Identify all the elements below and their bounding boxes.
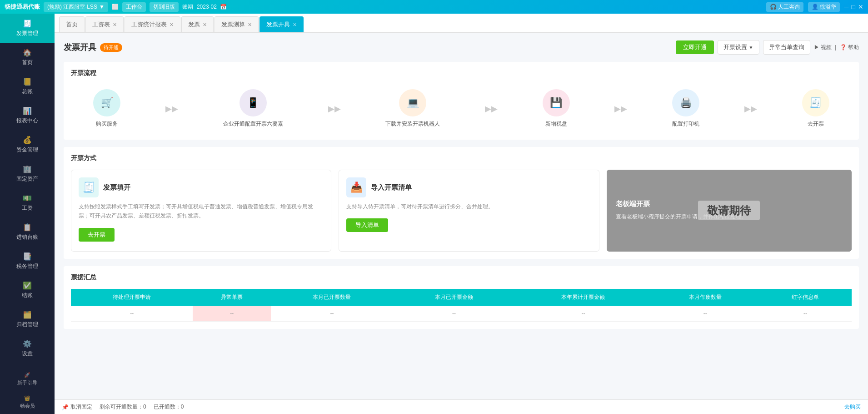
settings-button[interactable]: 开票设置 ▼ <box>718 40 759 55</box>
download-icon: 💻 <box>399 89 426 116</box>
flow-arrow-4: ▶▶ <box>614 104 627 114</box>
flow-arrow-3: ▶▶ <box>485 104 498 114</box>
method-card-fill-header: 🧾 发票填开 <box>79 177 324 197</box>
printer-icon: 🖨️ <box>672 89 699 116</box>
tab-close-invoice-open[interactable]: ✕ <box>293 22 297 28</box>
fill-invoice-button[interactable]: 去开票 <box>79 228 115 242</box>
sidebar-item-label: 首页 <box>22 59 33 66</box>
workbench-button[interactable]: 工作台 <box>122 2 146 12</box>
header-actions: 立即开通 开票设置 ▼ 异常当单查询 ▶ 视频 | ❓ 帮助 <box>676 40 859 55</box>
sidebar-item-salary[interactable]: 💵 工资 <box>0 188 55 217</box>
flow-step-open-label: 去开票 <box>808 120 824 128</box>
page-content: 发票开具 待开通 立即开通 开票设置 ▼ 异常当单查询 ▶ 视频 | ❓ <box>55 33 868 399</box>
fill-invoice-title: 发票填开 <box>103 183 130 192</box>
coming-soon-overlay: 敬请期待 <box>698 203 760 218</box>
val-red-info: -- <box>759 306 852 322</box>
summary-table-row: -- -- -- -- -- -- -- <box>71 306 852 322</box>
tab-home[interactable]: 首页 <box>59 16 85 32</box>
tab-invoice[interactable]: 发票 ✕ <box>181 16 214 32</box>
page-header: 发票开具 待开通 立即开通 开票设置 ▼ 异常当单查询 ▶ 视频 | ❓ <box>64 40 859 55</box>
copy-icon[interactable]: ⬜ <box>112 4 119 10</box>
sidebar-bottom: 🚀 新手引导 👑 畅会员 <box>0 368 55 414</box>
flow-step-buy: 🛒 购买服务 <box>93 89 120 128</box>
buy-link[interactable]: 去购买 <box>844 403 861 411</box>
immediate-open-button[interactable]: 立即开通 <box>676 40 714 54</box>
salary-icon: 💵 <box>23 194 32 202</box>
sidebar-item-label: 设置 <box>22 350 33 358</box>
flow-step-open: 🧾 去开票 <box>802 89 829 128</box>
sidebar-item-label: 归档管理 <box>16 321 38 328</box>
sidebar-item-reports[interactable]: 📊 报表中心 <box>0 101 55 130</box>
top-bar-left: 畅捷通易代账 (勉励) 江西服室-LSS ▼ ⬜ 工作台 切到旧版 账期 202… <box>5 2 227 12</box>
switch-old-version-button[interactable]: 切到旧版 <box>150 2 179 12</box>
sidebar-item-guide[interactable]: 🚀 新手引导 <box>0 368 55 391</box>
calendar-icon: 📅 <box>220 4 227 10</box>
val-abnormal: -- <box>193 306 271 322</box>
guide-icon: 🚀 <box>24 372 30 378</box>
val-month-void: -- <box>652 306 759 322</box>
sidebar-item-label: 报表中心 <box>16 117 38 125</box>
tab-close-salary-report[interactable]: ✕ <box>170 22 174 28</box>
import-invoice-button[interactable]: 导入清单 <box>346 218 388 232</box>
flow-step-download: 💻 下载并安装开票机器人 <box>385 89 440 128</box>
period-selector[interactable]: 账期 2023-02 📅 <box>182 3 227 11</box>
flow-section: 开票流程 🛒 购买服务 ▶▶ 📱 企业开通配置开票六要素 ▶▶ 💻 下载并安装开 <box>64 62 859 140</box>
flow-step-config-label: 企业开通配置开票六要素 <box>223 120 283 128</box>
import-invoice-icon: 📥 <box>346 177 366 197</box>
top-bar: 畅捷通易代账 (勉励) 江西服室-LSS ▼ ⬜ 工作台 切到旧版 账期 202… <box>0 0 868 14</box>
sidebar-item-member[interactable]: 👑 畅会员 <box>0 391 55 414</box>
sidebar-item-label: 发票管理 <box>16 30 38 37</box>
flow-arrow-1: ▶▶ <box>165 104 178 114</box>
sidebar-item-finance[interactable]: 💰 资金管理 <box>0 130 55 159</box>
buy-service-icon: 🛒 <box>93 89 120 116</box>
assets-icon: 🏢 <box>23 165 32 173</box>
tab-close-invoice-calc[interactable]: ✕ <box>248 22 252 28</box>
invoice-icon: 🧾 <box>23 19 32 28</box>
import-invoice-desc: 支持导入待开票清单，可对待开票清单进行拆分、合并处理。 <box>346 202 591 211</box>
sidebar-item-label: 结账 <box>22 292 33 299</box>
page-title: 发票开具 <box>64 42 96 53</box>
flow-step-config: 📱 企业开通配置开票六要素 <box>223 89 283 128</box>
summary-table-header: 待处理开票申请 异常单票 本月已开票数量 本月已开票金额 本年累计开票金额 本月… <box>71 289 852 306</box>
sidebar-item-invoice[interactable]: 🧾 发票管理 <box>0 14 55 43</box>
col-year-amount: 本年累计开票金额 <box>515 289 652 306</box>
purchases-icon: 📋 <box>23 223 32 232</box>
company-selector[interactable]: (勉励) 江西服室-LSS ▼ <box>44 2 108 12</box>
query-button[interactable]: 异常当单查询 <box>763 40 810 55</box>
sidebar-item-home[interactable]: 🏠 首页 <box>0 43 55 72</box>
consult-button[interactable]: 🎧 人工咨询 <box>766 2 803 12</box>
sidebar-item-archive[interactable]: 🗂️ 归档管理 <box>0 305 55 334</box>
opened-count: 已开通数：0 <box>154 403 184 411</box>
col-abnormal: 异常单票 <box>193 289 271 306</box>
unpin-button[interactable]: 📌 取消固定 <box>62 403 92 411</box>
tab-invoice-calc[interactable]: 发票测算 ✕ <box>215 16 259 32</box>
sidebar-item-assets[interactable]: 🏢 固定资产 <box>0 159 55 188</box>
tab-invoice-open[interactable]: 发票开具 ✕ <box>259 16 304 32</box>
maximize-icon[interactable]: □ <box>852 3 855 10</box>
close-icon[interactable]: ✕ <box>858 3 863 10</box>
sidebar-item-tax[interactable]: 📑 税务管理 <box>0 247 55 276</box>
tab-close-salary[interactable]: ✕ <box>113 22 117 28</box>
flow-step-printer: 🖨️ 配置打印机 <box>672 89 699 128</box>
method-card-import-header: 📥 导入开票清单 <box>346 177 591 197</box>
sidebar-item-label: 总账 <box>22 88 33 96</box>
chevron-down-icon: ▼ <box>99 4 105 10</box>
sidebar-item-settlement[interactable]: ✅ 结账 <box>0 276 55 305</box>
help-icon: ❓ <box>840 44 847 50</box>
tab-close-invoice[interactable]: ✕ <box>203 22 207 28</box>
col-pending: 待处理开票申请 <box>71 289 193 306</box>
sidebar-item-ledger[interactable]: 📒 总账 <box>0 72 55 101</box>
tab-salary[interactable]: 工资表 ✕ <box>85 16 124 32</box>
bottom-bar-left: 📌 取消固定 剩余可开通数量：0 已开通数：0 <box>62 403 184 411</box>
user-avatar[interactable]: 👤 徐溢华 <box>808 2 840 12</box>
pin-icon: 📌 <box>62 404 69 410</box>
view-help[interactable]: ▶ 视频 | ❓ 帮助 <box>814 44 859 51</box>
flow-section-title: 开票流程 <box>71 69 852 77</box>
method-card-import: 📥 导入开票清单 支持导入待开票清单，可对待开票清单进行拆分、合并处理。 导入清… <box>339 170 599 252</box>
tab-salary-report[interactable]: 工资统计报表 ✕ <box>125 16 180 32</box>
sidebar-item-settings[interactable]: ⚙️ 设置 <box>0 334 55 363</box>
minimize-icon[interactable]: ─ <box>844 3 849 10</box>
sidebar-item-purchases[interactable]: 📋 进销台账 <box>0 217 55 247</box>
archive-icon: 🗂️ <box>23 310 32 319</box>
ledger-icon: 📒 <box>23 77 32 86</box>
